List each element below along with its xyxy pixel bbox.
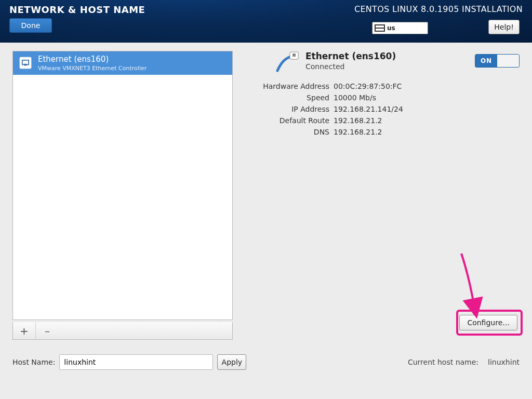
header-bar: NETWORK & HOST NAME CENTOS LINUX 8.0.190… bbox=[0, 0, 532, 43]
apply-hostname-button[interactable]: Apply bbox=[217, 354, 246, 370]
connection-panel: Ethernet (ens160) Connected ON Hardware … bbox=[242, 51, 520, 139]
detail-key: Speed bbox=[242, 94, 329, 102]
configure-button[interactable]: Configure... bbox=[459, 315, 517, 330]
interface-add-remove-bar: + – bbox=[12, 322, 233, 340]
current-hostname-label: Current host name: bbox=[408, 358, 478, 366]
detail-row-hwaddr: Hardware Address 00:0C:29:87:50:FC bbox=[242, 82, 520, 90]
interface-panel: Ethernet (ens160) VMware VMXNET3 Etherne… bbox=[12, 51, 233, 340]
detail-key: Default Route bbox=[242, 116, 329, 125]
ethernet-icon bbox=[18, 56, 33, 70]
keyboard-icon bbox=[375, 24, 385, 32]
interface-list[interactable]: Ethernet (ens160) VMware VMXNET3 Etherne… bbox=[12, 51, 233, 320]
installer-title: CENTOS LINUX 8.0.1905 INSTALLATION bbox=[354, 4, 523, 14]
network-cable-icon bbox=[274, 51, 299, 73]
detail-value: 192.168.21.2 bbox=[334, 128, 382, 136]
interface-device: VMware VMXNET3 Ethernet Controller bbox=[38, 65, 147, 72]
main-content: Ethernet (ens160) VMware VMXNET3 Etherne… bbox=[0, 43, 532, 399]
svg-rect-2 bbox=[24, 64, 26, 66]
hostname-input[interactable] bbox=[59, 354, 213, 370]
interface-item-ens160[interactable]: Ethernet (ens160) VMware VMXNET3 Etherne… bbox=[13, 51, 232, 75]
detail-value: 192.168.21.2 bbox=[334, 116, 382, 125]
connection-details: Hardware Address 00:0C:29:87:50:FC Speed… bbox=[242, 82, 520, 136]
add-interface-button[interactable]: + bbox=[13, 322, 36, 339]
remove-interface-button[interactable]: – bbox=[36, 322, 59, 339]
interface-name: Ethernet (ens160) bbox=[38, 55, 147, 64]
connection-toggle[interactable]: ON bbox=[475, 54, 520, 68]
keyboard-layout-label: us bbox=[387, 24, 395, 32]
annotation-arrow-icon bbox=[452, 251, 483, 319]
hostname-label: Host Name: bbox=[12, 358, 55, 366]
current-hostname-value: linuxhint bbox=[488, 358, 520, 366]
svg-rect-0 bbox=[20, 57, 32, 69]
detail-row-ip: IP Address 192.168.21.141/24 bbox=[242, 105, 520, 113]
connection-status: Connected bbox=[305, 62, 396, 71]
done-button[interactable]: Done bbox=[9, 18, 52, 33]
detail-key: DNS bbox=[242, 128, 329, 136]
detail-value: 10000 Mb/s bbox=[334, 94, 376, 102]
connection-name: Ethernet (ens160) bbox=[305, 51, 396, 61]
detail-key: IP Address bbox=[242, 105, 329, 113]
detail-row-speed: Speed 10000 Mb/s bbox=[242, 94, 520, 102]
hostname-bar: Host Name: Apply Current host name: linu… bbox=[12, 354, 520, 370]
detail-key: Hardware Address bbox=[242, 82, 329, 90]
detail-value: 00:0C:29:87:50:FC bbox=[334, 82, 402, 90]
toggle-on-label: ON bbox=[475, 55, 497, 67]
svg-rect-4 bbox=[292, 54, 296, 57]
keyboard-layout-selector[interactable]: us bbox=[372, 22, 428, 34]
current-hostname: Current host name: linuxhint bbox=[408, 358, 520, 366]
help-button[interactable]: Help! bbox=[488, 20, 520, 34]
toggle-off-side bbox=[497, 55, 519, 67]
detail-value: 192.168.21.141/24 bbox=[334, 105, 403, 113]
detail-row-dns: DNS 192.168.21.2 bbox=[242, 128, 520, 136]
detail-row-gateway: Default Route 192.168.21.2 bbox=[242, 116, 520, 125]
